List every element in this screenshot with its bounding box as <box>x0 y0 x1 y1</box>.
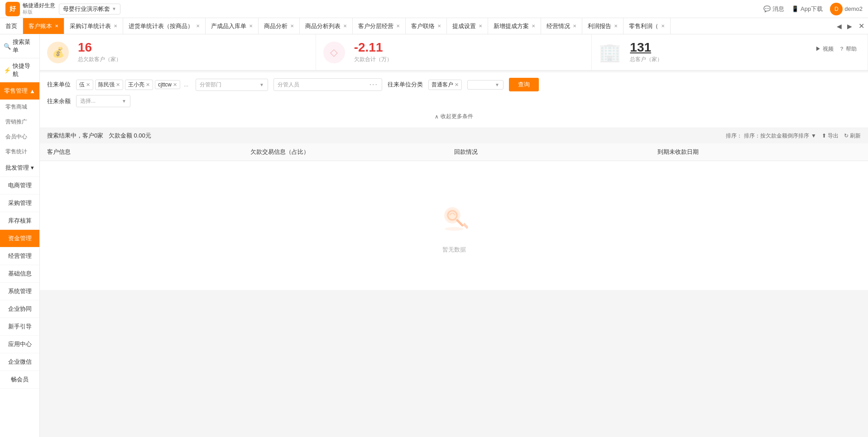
stat-total-customers: 🏢 131 总客户（家） ▶ 视频 ？ 帮助 <box>592 34 868 70</box>
filter-more-tags[interactable]: ... <box>182 81 190 89</box>
query-button[interactable]: 查询 <box>509 78 539 91</box>
sidebar-search[interactable]: 🔍 搜索菜单 <box>0 34 39 58</box>
export-button[interactable]: ⬆ 导出 <box>822 132 839 140</box>
app-icon: 📱 <box>791 5 799 12</box>
sidebar-item-newbie[interactable]: 新手引导 <box>0 318 39 336</box>
close-icon[interactable]: ✕ <box>343 24 347 28</box>
avatar: D <box>830 3 843 15</box>
tab-profit-report[interactable]: 利润报告 ✕ <box>582 18 623 34</box>
close-icon[interactable]: ✕ <box>661 24 665 28</box>
close-icon[interactable]: ✕ <box>290 24 294 28</box>
nav-right-arrow[interactable]: ▶ <box>844 23 855 30</box>
sidebar-item-basic-info[interactable]: 基础信息 <box>0 265 39 283</box>
sidebar-item-retail-management[interactable]: 零售管理 ▲ <box>0 82 39 100</box>
results-bar: 搜索结果中，客户0家 欠款金额 0.00元 排序： 排序：按欠款金额倒序排序 ▼… <box>40 128 868 143</box>
close-all-tabs[interactable]: ✕ <box>855 22 868 30</box>
sidebar-item-finance[interactable]: 资金管理 <box>0 230 39 247</box>
refresh-button[interactable]: ↻ 刷新 <box>844 132 861 140</box>
sidebar-item-purchase[interactable]: 采购管理 <box>0 195 39 212</box>
stat-values-2: -2.11 欠款合计（万） <box>354 41 392 63</box>
sidebar-item-retail-store[interactable]: 零售商城 <box>0 100 39 114</box>
tab-customer-ledger-close[interactable]: ✕ <box>55 24 58 28</box>
tab-label: 客户分层经营 <box>358 22 393 30</box>
sidebar-item-enterprise[interactable]: 企业协同 <box>0 300 39 318</box>
col-customer-info: 客户信息 <box>47 148 250 156</box>
close-icon[interactable]: ✕ <box>114 24 117 28</box>
sort-select[interactable]: 排序： 排序：按欠款金额倒序排序 ▼ <box>726 132 816 140</box>
tab-product-inbound[interactable]: 产成品入库单 ✕ <box>206 18 259 34</box>
tab-product-analysis-list[interactable]: 商品分析列表 ✕ <box>300 18 353 34</box>
sidebar-item-system[interactable]: 系统管理 <box>0 283 39 300</box>
close-icon[interactable]: ✕ <box>196 24 200 28</box>
tab-home[interactable]: 首页 <box>0 18 23 34</box>
person-dots[interactable]: ··· <box>369 81 378 89</box>
sidebar-item-wholesale[interactable]: 批发管理 ▾ <box>0 159 39 177</box>
sidebar-item-app-center[interactable]: 应用中心 <box>0 336 39 353</box>
remove-tag-wu[interactable]: ✕ <box>86 82 90 88</box>
sidebar-item-label: 资金管理 <box>8 235 32 242</box>
logo-text: 畅捷通好生意 <box>23 2 55 9</box>
sidebar-quick-nav[interactable]: ⚡ 快捷导航 <box>0 58 39 82</box>
tab-customer-ledger[interactable]: 客户账本 ✕ <box>23 18 64 34</box>
tab-label: 客户联络 <box>411 22 435 30</box>
help-btn[interactable]: ？ 帮助 <box>839 45 857 53</box>
close-icon[interactable]: ✕ <box>532 24 535 28</box>
app-download-btn[interactable]: 📱 App下载 <box>791 5 823 13</box>
remove-tag-normal[interactable]: ✕ <box>455 82 459 88</box>
collapse-button[interactable]: ∧ 收起更多条件 <box>47 111 861 122</box>
balance-select[interactable]: 选择... ▼ <box>76 95 130 107</box>
store-select[interactable]: 母婴行业演示帐套 ▼ <box>59 4 120 14</box>
stat-bg-icon-2: ◇ <box>323 42 345 63</box>
sidebar-item-label: 零售管理 <box>4 87 28 95</box>
video-btn[interactable]: ▶ 视频 <box>815 45 833 53</box>
sidebar-item-label: 库存核算 <box>8 217 32 224</box>
sidebar-item-label: 系统管理 <box>8 288 32 294</box>
tab-customer-segment[interactable]: 客户分层经营 ✕ <box>353 18 406 34</box>
search-label: 搜索菜单 <box>13 38 36 54</box>
sidebar-item-label: 会员中心 <box>5 133 27 140</box>
message-label: 消息 <box>772 5 784 13</box>
sidebar-item-ecommerce[interactable]: 电商管理 <box>0 177 39 195</box>
message-btn[interactable]: 💬 消息 <box>763 5 784 13</box>
tab-business-status[interactable]: 经营情况 ✕ <box>541 18 582 34</box>
user-area[interactable]: D demo2 <box>830 3 863 15</box>
tab-product-analysis[interactable]: 商品分析 ✕ <box>259 18 300 34</box>
unit-type-label: 往来单位分类 <box>388 81 423 89</box>
sidebar-item-chang-member[interactable]: 畅会员 <box>0 371 39 389</box>
close-icon[interactable]: ✕ <box>249 24 253 28</box>
dept-select[interactable]: 分管部门 ▼ <box>196 79 268 91</box>
help-icon: ？ <box>839 46 844 52</box>
remove-tag-cjttcw[interactable]: ✕ <box>173 82 177 88</box>
close-icon[interactable]: ✕ <box>573 24 576 28</box>
remove-tag-wang[interactable]: ✕ <box>146 82 150 88</box>
sidebar-item-operations[interactable]: 经营管理 <box>0 247 39 265</box>
tab-new-commission[interactable]: 新增提成方案 ✕ <box>488 18 541 34</box>
stats-bar: 💰 16 总欠款客户（家） ◇ -2.11 欠款合计（万） 🏢 <box>40 34 868 71</box>
close-icon[interactable]: ✕ <box>437 24 441 28</box>
close-icon[interactable]: ✕ <box>396 24 400 28</box>
close-icon[interactable]: ✕ <box>479 24 482 28</box>
refresh-icon: ↻ <box>844 133 849 139</box>
unit-type-select[interactable]: ▼ <box>467 80 504 90</box>
query-label: 查询 <box>518 81 530 88</box>
person-select[interactable]: 分管人员 ··· <box>273 78 382 91</box>
close-icon[interactable]: ✕ <box>614 24 618 28</box>
sidebar-item-marketing[interactable]: 营销推广 <box>0 114 39 129</box>
filter-row-2: 往来余额 选择... ▼ <box>47 95 861 107</box>
sidebar-item-inventory[interactable]: 库存核算 <box>0 212 39 230</box>
sidebar-item-enterprise-wechat[interactable]: 企业微信 <box>0 353 39 371</box>
video-label: 视频 <box>823 46 834 52</box>
tab-purchase-stats[interactable]: 采购订单统计表 ✕ <box>64 18 123 34</box>
sidebar-item-retail-stats[interactable]: 零售统计 <box>0 144 39 159</box>
tab-retail-profit[interactable]: 零售利润（ ✕ <box>623 18 671 34</box>
stat-label-3: 总客户（家） <box>630 56 662 63</box>
export-icon: ⬆ <box>822 133 826 139</box>
filter-tag-cjttcw: cjttcw ✕ <box>155 80 180 89</box>
nav-left-arrow[interactable]: ◀ <box>834 23 844 30</box>
tab-customer-contact[interactable]: 客户联络 ✕ <box>406 18 447 34</box>
refresh-label: 刷新 <box>850 132 861 140</box>
sidebar-item-member-center[interactable]: 会员中心 <box>0 129 39 144</box>
tab-inbound-stats[interactable]: 进货单统计表（按商品） ✕ <box>123 18 206 34</box>
remove-tag-chen[interactable]: ✕ <box>116 82 120 88</box>
tab-commission-settings[interactable]: 提成设置 ✕ <box>447 18 488 34</box>
